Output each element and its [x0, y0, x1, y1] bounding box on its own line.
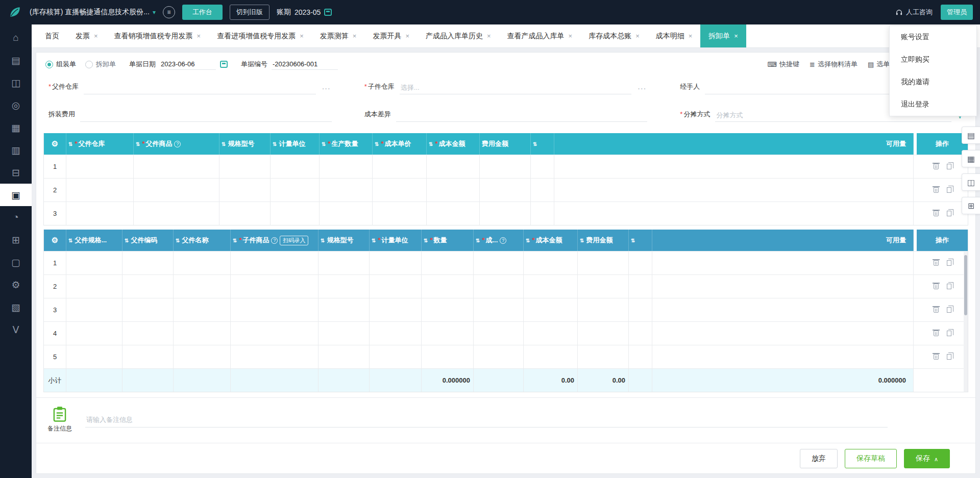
- switch-old-version-button[interactable]: 切到旧版: [230, 5, 270, 20]
- sidebar-item-reports[interactable]: ◫: [0, 71, 32, 94]
- copy-row-icon[interactable]: [947, 331, 951, 336]
- sidebar-item-settings[interactable]: ⚙: [0, 273, 32, 296]
- sort-icon[interactable]: [176, 238, 180, 243]
- help-icon[interactable]: [271, 237, 278, 244]
- parent-warehouse-input[interactable]: [84, 81, 316, 94]
- menu-item-logout[interactable]: 退出登录: [890, 93, 976, 116]
- doc-date-input[interactable]: [160, 59, 216, 70]
- sidebar-item-funds[interactable]: ◎: [0, 94, 32, 116]
- radio-assemble[interactable]: 组装单: [45, 60, 76, 69]
- sidebar-item-home[interactable]: ⌂: [0, 27, 32, 49]
- admin-button[interactable]: 管理员: [941, 5, 973, 20]
- close-icon[interactable]: [569, 32, 573, 40]
- period-picker[interactable]: 账期 2023-05: [277, 8, 332, 17]
- sort-icon[interactable]: [273, 141, 277, 147]
- tab-sales-vat-invoice[interactable]: 查看销项增值税专用发票: [106, 24, 209, 47]
- sidebar-item-brand[interactable]: Ⅴ: [0, 318, 32, 341]
- delete-row-icon[interactable]: [934, 164, 939, 169]
- table-row[interactable]: 2: [44, 178, 968, 202]
- sort-icon[interactable]: [222, 141, 226, 147]
- sidebar-item-tax[interactable]: ▦: [0, 116, 32, 139]
- table-row[interactable]: 1: [44, 155, 968, 178]
- save-draft-button[interactable]: 保存草稿: [845, 449, 897, 468]
- sort-icon[interactable]: [424, 238, 428, 243]
- delete-row-icon[interactable]: [934, 307, 939, 313]
- menu-item-my-invite[interactable]: 我的邀请: [890, 71, 976, 93]
- sort-icon[interactable]: [136, 141, 140, 147]
- sidebar-item-assets[interactable]: ⊞: [0, 229, 32, 251]
- select-bom-action[interactable]: ≣选择物料清单: [810, 60, 857, 69]
- copy-row-icon[interactable]: [947, 187, 951, 193]
- radio-unselected-icon[interactable]: [85, 61, 93, 68]
- menu-item-buy-now[interactable]: 立即购买: [890, 48, 976, 71]
- child-warehouse-input[interactable]: [400, 81, 632, 94]
- help-icon[interactable]: [500, 237, 506, 244]
- tab-invoice-issue[interactable]: 发票开具: [364, 24, 418, 47]
- close-icon[interactable]: [635, 32, 640, 40]
- delete-row-icon[interactable]: [934, 354, 939, 360]
- delete-row-icon[interactable]: [934, 331, 939, 336]
- radio-selected-icon[interactable]: [45, 61, 53, 68]
- copy-row-icon[interactable]: [947, 307, 951, 313]
- sort-icon[interactable]: [375, 141, 379, 147]
- table-row[interactable]: 3: [44, 298, 968, 321]
- disassembly-fee-input[interactable]: [80, 109, 332, 121]
- close-icon[interactable]: [197, 32, 201, 40]
- scrollbar-thumb[interactable]: [964, 255, 967, 315]
- sort-icon[interactable]: [322, 141, 326, 147]
- delete-row-icon[interactable]: [934, 260, 939, 266]
- sort-icon[interactable]: [526, 238, 530, 243]
- share-tool-icon[interactable]: ◫: [962, 173, 980, 191]
- menu-item-account-settings[interactable]: 账号设置: [890, 26, 976, 48]
- close-icon[interactable]: [94, 32, 98, 40]
- tab-purchase-vat-invoice[interactable]: 查看进项增值税专用发票: [209, 24, 312, 47]
- close-icon[interactable]: [734, 32, 738, 40]
- hotkeys-action[interactable]: ⌨快捷键: [767, 60, 799, 69]
- calendar-icon[interactable]: [324, 9, 332, 16]
- copy-row-icon[interactable]: [947, 211, 951, 216]
- company-selector[interactable]: (库存核算) 直播畅捷通信息技术股份... ▾: [30, 8, 156, 17]
- more-icon[interactable]: ···: [321, 84, 332, 94]
- radio-disassemble[interactable]: 拆卸单: [85, 60, 116, 69]
- sort-icon[interactable]: [372, 238, 376, 243]
- copy-row-icon[interactable]: [947, 284, 951, 289]
- support-link[interactable]: 人工咨询: [895, 8, 933, 17]
- gear-icon[interactable]: [52, 139, 58, 148]
- gear-icon[interactable]: [52, 236, 58, 245]
- sort-icon[interactable]: [429, 141, 433, 147]
- tab-product-inbound-view[interactable]: 查看产成品入库单: [499, 24, 581, 47]
- close-icon[interactable]: [405, 32, 409, 40]
- scan-input-button[interactable]: 扫码录入: [280, 236, 308, 245]
- sort-icon[interactable]: [580, 238, 584, 243]
- tab-invoice[interactable]: 发票: [67, 24, 106, 47]
- copy-row-icon[interactable]: [947, 260, 951, 266]
- doc-no-input[interactable]: [272, 59, 338, 70]
- sort-icon[interactable]: [321, 238, 325, 243]
- table-row[interactable]: 3: [44, 202, 968, 225]
- notice-icon[interactable]: ≡: [163, 6, 175, 18]
- close-icon[interactable]: [353, 32, 357, 40]
- note-input[interactable]: [85, 412, 888, 427]
- workbench-button[interactable]: 工作台: [182, 5, 223, 20]
- save-button[interactable]: 保存: [904, 449, 950, 468]
- copy-row-icon[interactable]: [947, 354, 951, 360]
- tab-product-inbound-history[interactable]: 产成品入库单历史: [418, 24, 499, 47]
- sort-icon[interactable]: [233, 238, 237, 243]
- sidebar-item-salary[interactable]: ▢: [0, 251, 32, 273]
- tab-home[interactable]: 首页: [37, 24, 67, 47]
- sort-icon[interactable]: [68, 141, 72, 147]
- calendar-icon[interactable]: [220, 61, 228, 68]
- sidebar-item-inventory[interactable]: ▣: [0, 184, 32, 206]
- close-icon[interactable]: [300, 32, 304, 40]
- delete-row-icon[interactable]: [934, 187, 939, 193]
- calculator-tool-icon[interactable]: ▦: [962, 150, 980, 167]
- delete-row-icon[interactable]: [934, 284, 939, 289]
- sort-icon[interactable]: [476, 238, 480, 243]
- close-icon[interactable]: [689, 32, 693, 40]
- vertical-scrollbar[interactable]: [964, 251, 968, 392]
- tab-invoice-calc[interactable]: 发票测算: [312, 24, 365, 47]
- sort-icon[interactable]: [68, 238, 72, 243]
- tab-inventory-cost-ledger[interactable]: 库存成本总账: [580, 24, 648, 47]
- pick-doc-action[interactable]: ▤选单: [868, 60, 890, 69]
- copy-row-icon[interactable]: [947, 164, 951, 169]
